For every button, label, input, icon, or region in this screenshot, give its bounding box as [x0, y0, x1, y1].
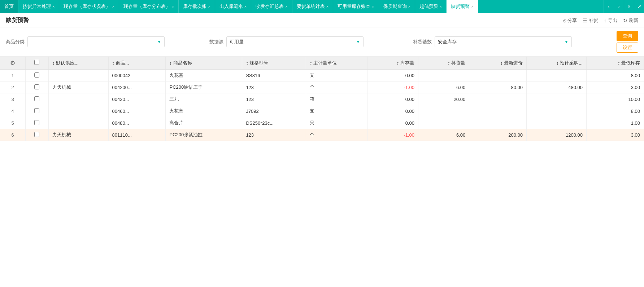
th-supplier[interactable]: ↕ 默认供应... — [48, 57, 108, 70]
nav-tab-close-expiry[interactable]: × — [408, 4, 410, 9]
cell-min-stock-5: 1.00 — [586, 117, 644, 129]
nav-tab-overstock[interactable]: 超储预警× — [415, 0, 447, 13]
nav-tab-label-collect: 收发存汇总表 — [256, 3, 284, 10]
share-label: 分享 — [567, 17, 577, 24]
cell-name-5: 离合片 — [166, 117, 242, 129]
nav-tab-batch[interactable]: 库存批次账× — [179, 0, 215, 13]
header-actions: ⎋ 分享 ☰ 补货 ↑ 导出 ↻ 刷新 — [563, 17, 638, 24]
cell-spec-6: 123 — [242, 129, 306, 141]
export-label: 导出 — [608, 17, 617, 24]
query-button[interactable]: 查询 — [617, 31, 638, 41]
cell-checkbox-1[interactable] — [26, 70, 49, 81]
nav-tab-inventory-dist[interactable]: 现存量（库存分布表）× — [119, 0, 179, 13]
datasource-select[interactable]: 可用量 ▼ — [226, 36, 364, 47]
cell-checkbox-5[interactable] — [26, 117, 49, 129]
replenish-base-select-arrow-icon: ▼ — [564, 39, 569, 44]
cell-checkbox-3[interactable] — [26, 93, 49, 105]
nav-expand-button[interactable]: ⤢ — [634, 0, 644, 13]
cell-checkbox-6[interactable] — [26, 129, 49, 141]
nav-tab-available[interactable]: 可用量库存账本× — [333, 0, 379, 13]
cell-name-2: PC200油缸庄子 — [166, 81, 242, 93]
cell-checkbox-4[interactable] — [26, 105, 49, 117]
nav-close-button[interactable]: × — [624, 0, 634, 13]
row-checkbox-5[interactable] — [34, 120, 39, 125]
cell-index-4: 4 — [0, 105, 26, 117]
select-all-checkbox[interactable] — [34, 60, 39, 65]
nav-tabs: 首页拣货异常处理×现存量（库存状况表）×现存量（库存分布表）×库存批次账×出入库… — [0, 0, 478, 13]
th-unit[interactable]: ↕ 主计量单位 — [306, 57, 367, 70]
category-select[interactable]: ▼ — [27, 36, 165, 47]
cell-index-6: 6 — [0, 129, 26, 141]
th-price[interactable]: ↕ 最新进价 — [469, 57, 527, 70]
cell-code-4: 00460... — [108, 105, 166, 117]
th-code[interactable]: ↕ 商品... — [108, 57, 166, 70]
cell-spec-5: DS250*23c... — [242, 117, 306, 129]
datasource-filter-group: 数据源 可用量 ▼ — [209, 36, 404, 47]
nav-tab-close-collect[interactable]: × — [285, 4, 287, 9]
nav-next-button[interactable]: › — [614, 0, 624, 13]
nav-tab-close-inventory-status[interactable]: × — [112, 4, 114, 9]
nav-tab-inout-flow[interactable]: 出入库流水× — [215, 0, 251, 13]
cell-name-1: 火花塞 — [166, 70, 242, 81]
nav-tab-label-exception: 拣货异常处理 — [23, 3, 51, 10]
cell-price-4 — [469, 105, 527, 117]
th-checkbox — [26, 57, 49, 70]
th-replenish[interactable]: ↕ 补货量 — [418, 57, 469, 70]
nav-tab-label-demand: 要货单统计表 — [297, 3, 325, 10]
nav-prev-button[interactable]: ‹ — [604, 0, 614, 13]
row-checkbox-1[interactable] — [34, 72, 39, 78]
cell-unit-5: 只 — [306, 117, 367, 129]
export-icon: ↑ — [604, 18, 606, 23]
nav-tab-shortage[interactable]: 缺货预警× — [447, 0, 478, 13]
row-checkbox-2[interactable] — [34, 84, 39, 89]
cell-code-1: 0000042 — [108, 70, 166, 81]
nav-tab-inventory-status[interactable]: 现存量（库存状况表）× — [59, 0, 119, 13]
row-checkbox-3[interactable] — [34, 96, 39, 101]
th-spec[interactable]: ↕ 规格型号 — [242, 57, 306, 70]
export-button[interactable]: ↑ 导出 — [604, 17, 617, 24]
th-settings[interactable]: ⚙ — [0, 57, 26, 70]
share-button[interactable]: ⎋ 分享 — [563, 17, 577, 24]
cell-price-2: 80.00 — [469, 81, 527, 93]
row-checkbox-6[interactable] — [34, 132, 39, 137]
nav-tab-exception[interactable]: 拣货异常处理× — [18, 0, 59, 13]
nav-tab-close-inventory-dist[interactable]: × — [172, 4, 174, 9]
th-stock[interactable]: ↕ 库存量 — [367, 57, 418, 70]
nav-tab-close-demand[interactable]: × — [326, 4, 328, 9]
refresh-button[interactable]: ↻ 刷新 — [623, 17, 638, 24]
th-code-label: ↕ 商品... — [112, 60, 129, 66]
nav-tab-expiry[interactable]: 保质期查询× — [379, 0, 415, 13]
nav-tab-label-overstock: 超储预警 — [419, 3, 438, 10]
replenish-button[interactable]: ☰ 补货 — [583, 17, 598, 24]
row-checkbox-4[interactable] — [34, 108, 39, 113]
gear-icon[interactable]: ⚙ — [10, 59, 15, 66]
setting-button[interactable]: 设置 — [617, 43, 638, 53]
cell-index-1: 1 — [0, 70, 26, 81]
nav-tab-close-inout-flow[interactable]: × — [244, 4, 247, 9]
cell-purchase-6: 1200.00 — [527, 129, 587, 141]
nav-tab-demand[interactable]: 要货单统计表× — [292, 0, 333, 13]
table-row: 300420...三九123箱0.0020.0010.00 — [0, 93, 644, 105]
th-purchase[interactable]: ↕ 预计采购... — [527, 57, 587, 70]
cell-purchase-1 — [527, 70, 587, 81]
nav-tab-close-shortage[interactable]: × — [471, 4, 473, 9]
nav-tab-close-batch[interactable]: × — [208, 4, 210, 9]
cell-spec-2: 123 — [242, 81, 306, 93]
page-header: 缺货预警 ⎋ 分享 ☰ 补货 ↑ 导出 ↻ 刷新 — [0, 13, 644, 27]
nav-tab-close-available[interactable]: × — [372, 4, 374, 9]
nav-tab-collect[interactable]: 收发存汇总表× — [251, 0, 292, 13]
th-min-stock[interactable]: ↕ 最低库存 — [586, 57, 644, 70]
th-min-stock-label: ↕ 最低库存 — [618, 60, 640, 66]
cell-checkbox-2[interactable] — [26, 81, 49, 93]
replenish-base-select-value: 安全库存 — [438, 39, 457, 45]
cell-stock-5: 0.00 — [367, 117, 418, 129]
replenish-base-label: 补货基数 — [413, 39, 432, 45]
th-name[interactable]: ↕ 商品名称 — [166, 57, 242, 70]
nav-tab-home[interactable]: 首页 — [0, 0, 18, 13]
nav-tab-close-exception[interactable]: × — [52, 4, 55, 9]
cell-unit-1: 支 — [306, 70, 367, 81]
replenish-base-select[interactable]: 安全库存 ▼ — [435, 36, 572, 47]
datasource-select-arrow-icon: ▼ — [356, 39, 360, 44]
nav-tab-close-overstock[interactable]: × — [440, 4, 442, 9]
cell-supplier-6: 力天机械 — [48, 129, 108, 141]
